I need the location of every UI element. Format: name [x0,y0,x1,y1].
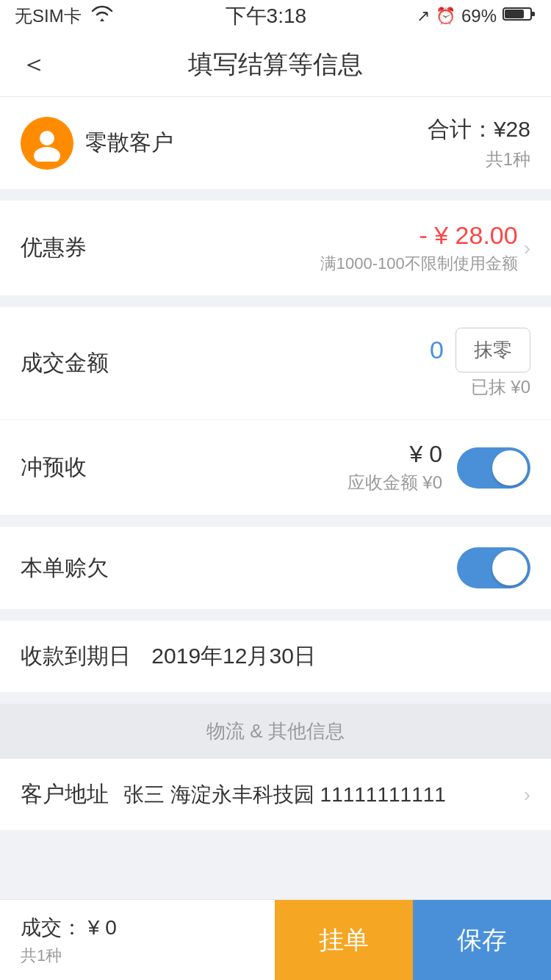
svg-rect-1 [531,12,535,16]
coupon-content: - ¥ 28.00 满1000-100不限制使用金额 [320,221,518,275]
transaction-amount-row: 成交金额 0 抹零 已抹 ¥0 [0,307,551,420]
bottom-trade-amount: ¥ 0 [88,916,117,939]
round-off-button[interactable]: 抹零 [455,328,530,372]
svg-point-3 [40,131,54,145]
duedate-label: 收款到期日 [21,644,131,668]
svg-point-4 [34,147,60,162]
back-button[interactable]: ＜ [21,46,47,82]
bottom-trade: 成交： ¥ 0 [21,914,254,942]
debt-label: 本单赊欠 [21,553,109,583]
coupon-discount: - ¥ 28.00 [320,221,518,250]
total-count: 共1种 [428,148,530,171]
battery-text: 69% [461,6,497,26]
nav-bar: ＜ 填写结算等信息 [0,32,551,97]
status-bar: 无SIM卡 下午3:18 ↗ ⏰ 69% [0,0,551,32]
prepay-right: ¥ 0 应收金额 ¥0 [347,441,530,494]
time-display: 下午3:18 [226,2,307,30]
debt-toggle-knob [492,550,527,586]
total-amount: 合计：¥28 [428,115,530,145]
transaction-amount-right: 0 抹零 已抹 ¥0 [430,328,530,399]
address-row[interactable]: 客户地址 张三 海淀永丰科技园 11111111111 › [0,759,551,830]
bottom-count: 共1种 [21,945,254,967]
debt-toggle[interactable] [457,547,530,588]
status-right: ↗ ⏰ 69% [417,5,536,27]
save-button[interactable]: 保存 [413,900,551,981]
location-icon: ↗ [417,7,430,26]
prepay-label: 冲预收 [21,453,87,483]
prepay-row: 冲预收 ¥ 0 应收金额 ¥0 [0,420,551,515]
logistics-divider: 物流 & 其他信息 [0,704,551,759]
alarm-icon: ⏰ [436,7,455,26]
logistics-label: 物流 & 其他信息 [206,720,345,742]
customer-total: 合计：¥28 共1种 [428,115,530,171]
battery-icon [503,5,536,27]
signal-text: 无SIM卡 [15,4,82,28]
address-label: 客户地址 [21,779,109,810]
prepay-amount: ¥ 0 [347,441,442,468]
wifi-icon [89,5,115,27]
bottom-trade-label: 成交： [21,916,82,939]
duedate-row: 收款到期日 2019年12月30日 [0,621,551,692]
coupon-description: 满1000-100不限制使用金额 [320,253,518,275]
page-title: 填写结算等信息 [188,48,363,82]
chevron-right-icon: › [524,237,530,260]
address-chevron-icon: › [524,783,530,807]
hold-order-button[interactable]: 挂单 [275,900,413,981]
prepay-receivable: 应收金额 ¥0 [347,471,442,494]
coupon-row[interactable]: 优惠券 - ¥ 28.00 满1000-100不限制使用金额 › [0,201,551,295]
already-rounded: 已抹 ¥0 [430,375,530,399]
customer-row: 零散客户 合计：¥28 共1种 [0,97,551,189]
transaction-section: 成交金额 0 抹零 已抹 ¥0 冲预收 ¥ 0 应收金额 ¥0 [0,307,551,515]
transaction-amount-value: 0 [430,336,444,364]
prepay-toggle[interactable] [457,447,530,489]
customer-name: 零散客户 [85,128,173,158]
customer-info: 零散客户 [21,117,173,170]
bottom-summary: 成交： ¥ 0 共1种 [0,914,275,967]
svg-rect-2 [505,10,524,18]
debt-section: 本单赊欠 [0,527,551,609]
status-left: 无SIM卡 [15,4,115,28]
duedate-value: 2019年12月30日 [151,644,315,668]
avatar [21,117,73,170]
coupon-label: 优惠券 [21,233,87,263]
transaction-amount-label: 成交金额 [21,348,109,378]
toggle-knob [492,450,527,486]
prepay-amount-block: ¥ 0 应收金额 ¥0 [347,441,442,494]
address-value: 张三 海淀永丰科技园 11111111111 [123,781,524,809]
coupon-right: - ¥ 28.00 满1000-100不限制使用金额 › [320,221,530,275]
bottom-bar: 成交： ¥ 0 共1种 挂单 保存 [0,899,551,980]
